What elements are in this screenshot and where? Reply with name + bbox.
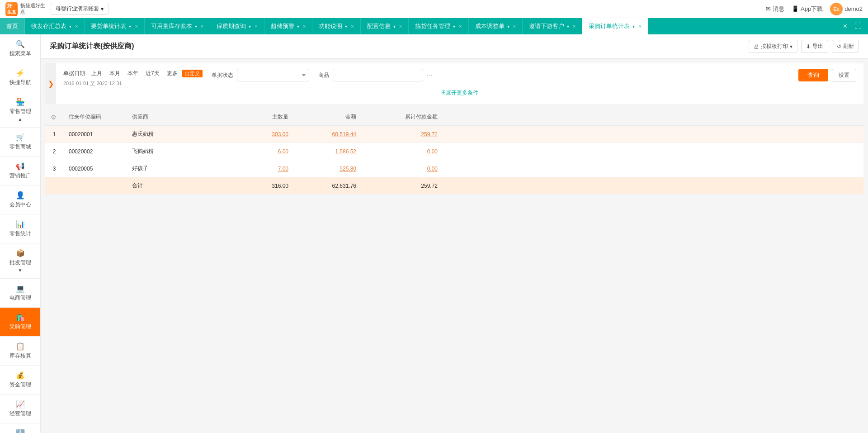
tab-cost-adjust[interactable]: 成本调整单 ▾ × [469, 18, 523, 34]
sidebar-item-purchase[interactable]: 🛍️ 采购管理 [0, 308, 40, 337]
tab-purchase-order-stats[interactable]: 采购订单统计表 ▾ × [582, 18, 648, 34]
tab-picking-task[interactable]: 拣货任务管理 ▾ × [409, 18, 468, 34]
sidebar-item-operation[interactable]: 📈 经营管理 [0, 395, 40, 423]
goods-input[interactable] [333, 69, 423, 81]
close-icon[interactable]: × [135, 24, 137, 29]
tab-function-desc[interactable]: 功能说明 ▾ × [312, 18, 360, 34]
table-settings-icon[interactable]: ⚙ [51, 114, 57, 121]
close-all-icon[interactable]: × [840, 21, 850, 31]
goods-more-icon[interactable]: ··· [427, 71, 433, 79]
tab-config-info[interactable]: 配置信息 ▾ × [361, 18, 409, 34]
close-icon[interactable]: × [513, 24, 516, 29]
close-icon[interactable]: × [75, 24, 78, 29]
sidebar-item-member[interactable]: 👤 会员中心 [0, 186, 40, 214]
template-print-button[interactable]: 🖨 按模板打印 ▾ [749, 40, 797, 53]
close-icon[interactable]: × [351, 24, 354, 29]
sidebar-item-ecommerce-label: 电商管理 [9, 294, 31, 302]
settings-button[interactable]: 设置 [832, 69, 856, 82]
sidebar-item-retail[interactable]: 🏪 零售管理 ▲ [0, 92, 40, 128]
sidebar-item-member-label: 会员中心 [9, 201, 31, 209]
row-paid-2[interactable]: 0.00 [362, 143, 443, 160]
row-qty-3[interactable]: 7.00 [240, 160, 294, 177]
date-this-month[interactable]: 本月 [107, 69, 123, 78]
tab-overstock-warning[interactable]: 超储预警 ▾ × [264, 18, 312, 34]
user-area[interactable]: Ea demo2 [830, 3, 863, 15]
expand-more-row[interactable]: ⊞ 展开更多条件 [63, 87, 856, 99]
sidebar-item-wholesale[interactable]: 📦 批发管理 ▼ [0, 243, 40, 279]
col-code-label: 往来单位编码 [69, 114, 101, 120]
table-row[interactable]: 1 00020001 惠氏奶粉 303.00 60,519.44 [45, 126, 863, 143]
sidebar-item-marketing[interactable]: 📢 营销推广 [0, 157, 40, 186]
app-download-button[interactable]: 📱 App下载 [792, 5, 823, 13]
sidebar-item-inventory[interactable]: 📋 库存核算 [0, 337, 40, 366]
footer-label: 合计 [127, 177, 240, 195]
table-container: ⚙ 往来单位编码 供应商 主数量 金额 [45, 109, 863, 195]
row-qty-2[interactable]: 6.00 [240, 143, 294, 160]
query-button[interactable]: 查询 [798, 69, 828, 81]
tab-config-info-label: 配置信息 [367, 22, 391, 30]
table-row[interactable]: 3 00020005 好孩子 7.00 525.80 [45, 160, 863, 177]
sidebar-item-retail-stats[interactable]: 📊 零售统计 [0, 214, 40, 243]
row-paid-3[interactable]: 0.00 [362, 160, 443, 177]
col-header-code: 往来单位编码 [63, 109, 127, 126]
message-button[interactable]: ✉ 消息 [766, 5, 784, 13]
chevron-down-icon: ▾ [567, 24, 569, 29]
filter-collapse-button[interactable]: ❯ [45, 63, 56, 104]
col-supplier-label: 供应商 [132, 114, 148, 120]
filter-grid: 单据日期 上月 本月 本年 近7天 更多 自定义 2016-01-0 [63, 69, 856, 87]
row-qty-1[interactable]: 303.00 [240, 126, 294, 143]
sidebar-item-retail-mall[interactable]: 🛒 零售商城 [0, 128, 40, 157]
sidebar-item-quick-nav-label: 快捷导航 [9, 79, 31, 86]
close-icon[interactable]: × [638, 24, 641, 29]
sidebar-item-ecommerce[interactable]: 💻 电商管理 [0, 279, 40, 308]
sidebar-item-quick-nav[interactable]: ⚡ 快捷导航 [0, 63, 40, 92]
date-custom-tag[interactable]: 自定义 [182, 70, 203, 77]
refresh-button[interactable]: ↺ 刷新 [832, 40, 859, 53]
page-header: 采购订单统计表(按供应商) 🖨 按模板打印 ▾ ⬇ 导出 ↺ 刷新 [41, 34, 868, 59]
close-icon[interactable]: × [399, 24, 402, 29]
export-button[interactable]: ⬇ 导出 [801, 40, 828, 53]
status-filter-label: 单据状态 [212, 71, 233, 79]
row-paid-1[interactable]: 259.72 [362, 126, 443, 143]
tab-expiry-query[interactable]: 保质期查询 ▾ × [210, 18, 264, 34]
sidebar-item-basic-info[interactable]: ℹ️ 基础信息 [0, 423, 40, 433]
maximize-icon[interactable]: ⛶ [852, 21, 864, 31]
chevron-down-icon: ▾ [249, 24, 251, 29]
tab-expiry-query-label: 保质期查询 [217, 22, 246, 30]
close-icon[interactable]: × [303, 24, 306, 29]
status-select[interactable] [237, 69, 309, 81]
tab-invite-downstream-label: 邀请下游客户 [529, 22, 564, 30]
sidebar-item-search[interactable]: 🔍 搜索菜单 [0, 34, 40, 63]
date-last-month[interactable]: 上月 [89, 69, 105, 78]
date-range-display: 2016-01-01 至 2023-12-31 [63, 80, 203, 87]
tab-home[interactable]: 首页 [0, 18, 25, 34]
tab-invite-downstream[interactable]: 邀请下游客户 ▾ × [523, 18, 582, 34]
filter-section: ❯ 单据日期 上月 本月 本年 近7天 更多 [45, 63, 863, 104]
close-icon[interactable]: × [255, 24, 257, 29]
close-icon[interactable]: × [459, 24, 462, 29]
money-icon: 💰 [16, 371, 25, 380]
date-filter-group: 单据日期 上月 本月 本年 近7天 更多 自定义 2016-01-0 [63, 69, 203, 87]
tab-available-inventory[interactable]: 可用量库存账本 ▾ × [145, 18, 210, 34]
row-amount-1[interactable]: 60,519.44 [294, 126, 362, 143]
col-header-qty: 主数量 [240, 109, 294, 126]
tab-receive-summary[interactable]: 收发存汇总表 ▾ × [25, 18, 85, 34]
trend-icon: 📈 [16, 400, 25, 409]
row-extra-1 [443, 126, 863, 143]
store-icon: 🏪 [16, 98, 25, 106]
workspace-selector[interactable]: 母婴行业演示账套 ▾ [51, 3, 108, 15]
row-no-1: 1 [45, 126, 63, 143]
tab-receive-summary-label: 收发存汇总表 [31, 22, 66, 30]
date-last-7-days[interactable]: 近7天 [143, 69, 162, 78]
expand-more-icon: ⊞ [441, 89, 446, 97]
close-icon[interactable]: × [201, 24, 203, 29]
tab-purchase-stats[interactable]: 要货单统计表 ▾ × [85, 18, 144, 34]
date-this-year[interactable]: 本年 [125, 69, 141, 78]
sidebar-item-finance[interactable]: 💰 资金管理 [0, 366, 40, 395]
sidebar-item-inventory-label: 库存核算 [9, 352, 31, 360]
date-more[interactable]: 更多 [164, 69, 180, 78]
table-row[interactable]: 2 00020002 飞鹤奶粉 6.00 1,586.52 [45, 143, 863, 160]
close-icon[interactable]: × [573, 24, 576, 29]
row-amount-3[interactable]: 525.80 [294, 160, 362, 177]
row-amount-2[interactable]: 1,586.52 [294, 143, 362, 160]
